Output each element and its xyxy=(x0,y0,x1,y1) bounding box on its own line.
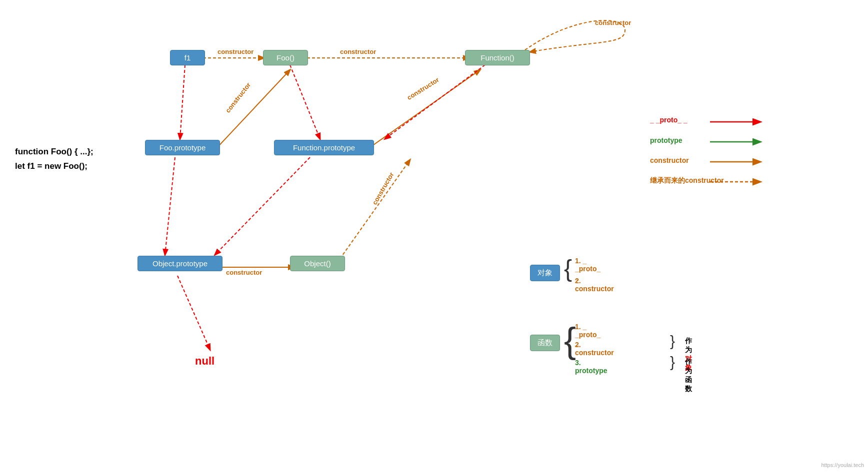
svg-line-8 xyxy=(215,157,310,255)
function-node: Function() xyxy=(465,50,530,65)
label-object-prototype-constructor: constructor xyxy=(226,269,262,276)
legend-prototype-label: prototype xyxy=(650,136,682,145)
label-foo-prototype-constructor: constructor xyxy=(224,81,252,114)
f1-node: f1 xyxy=(170,50,205,65)
legend-proto-label: _ _proto_ _ xyxy=(650,116,688,124)
code-line2: let f1 = new Foo(); xyxy=(15,159,94,174)
function-prototype-node: Function.prototype xyxy=(274,140,374,155)
object-prototype-node: Object.prototype xyxy=(138,256,222,271)
label-foo-function-constructor: constructor xyxy=(340,48,376,55)
foo-prototype-node: Foo.prototype xyxy=(145,140,220,155)
object-node: Object() xyxy=(290,256,345,271)
watermark: https://youlai.tech xyxy=(821,462,864,468)
label-function-self-constructor: constructor xyxy=(595,19,631,26)
svg-line-11 xyxy=(178,276,210,350)
label-f1-foo-constructor: constructor xyxy=(218,48,254,55)
label-function-prototype-constructor: constructor xyxy=(406,76,440,101)
svg-line-5 xyxy=(180,65,185,139)
svg-line-10 xyxy=(340,160,410,259)
svg-line-6 xyxy=(290,65,320,139)
svg-line-9 xyxy=(165,157,175,255)
null-label: null xyxy=(195,355,214,368)
legend-constructor-label: constructor xyxy=(650,156,689,165)
function-box-label: 函数 xyxy=(530,335,560,351)
legend-inherited-label: 继承而来的constructor xyxy=(650,176,724,185)
code-block: function Foo() { ...}; let f1 = new Foo(… xyxy=(15,145,94,174)
foo-node: Foo() xyxy=(263,50,308,65)
label-object-constructor: constructor xyxy=(371,171,396,206)
code-line1: function Foo() { ...}; xyxy=(15,145,94,159)
svg-line-3 xyxy=(370,70,480,147)
object-box-label: 对象 xyxy=(530,265,560,281)
